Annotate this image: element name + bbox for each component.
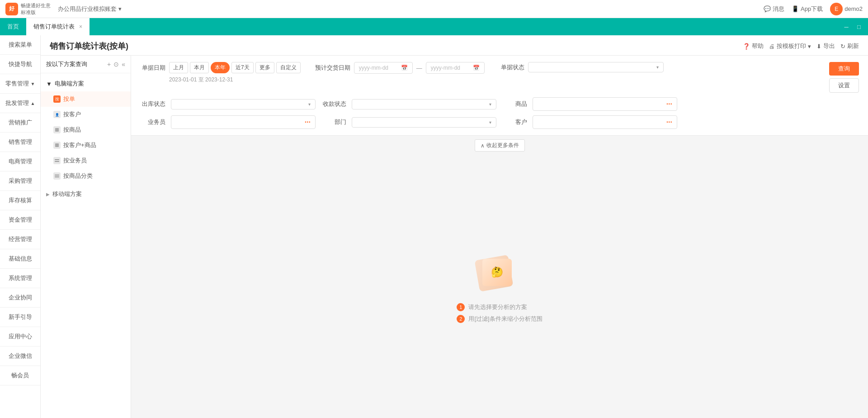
date-btn-this-month[interactable]: 本月 <box>190 62 209 73</box>
tree-parent-pc[interactable]: ▼ 电脑端方案 <box>41 76 131 91</box>
date-btn-more[interactable]: 更多 <box>255 62 274 73</box>
tab-sales-order-stats[interactable]: 销售订单统计表 × <box>26 18 90 35</box>
payment-status-select[interactable]: ▾ <box>352 99 496 109</box>
delivery-status-select[interactable]: ▾ <box>171 99 316 109</box>
sidebar-item-newbie[interactable]: 新手引导 <box>0 308 40 327</box>
product-input[interactable]: ··· <box>533 97 677 111</box>
payment-status-chevron: ▾ <box>489 102 491 107</box>
date-btn-custom[interactable]: 自定义 <box>276 62 301 73</box>
retail-arrow-icon: ▼ <box>31 81 35 86</box>
sidebar-item-marketing[interactable]: 营销推广 <box>0 113 40 133</box>
tree-child-by-salesperson[interactable]: 按业务员 <box>41 153 131 168</box>
sidebar-item-inventory[interactable]: 库存核算 <box>0 191 40 210</box>
scheme-settings-icon[interactable]: ⊙ <box>113 61 119 68</box>
sidebar-item-appstore[interactable]: 应用中心 <box>0 327 40 347</box>
salesperson-input[interactable]: ··· <box>171 115 316 129</box>
sidebar-item-operation[interactable]: 经营管理 <box>0 230 40 249</box>
product-category-icon-svg <box>54 173 60 179</box>
filter-area: 单据日期 上月 本月 本年 近7天 更多 自定义 <box>131 56 868 136</box>
sidebar-item-finance[interactable]: 资金管理 <box>0 210 40 230</box>
svg-rect-9 <box>54 173 60 179</box>
delivery-status-label: 出库状态 <box>140 100 165 108</box>
tree-child-by-product[interactable]: 按商品 <box>41 122 131 138</box>
nav-maximize-button[interactable]: □ <box>854 21 864 32</box>
delivery-status-chevron: ▾ <box>308 102 311 107</box>
tree-child-by-customer-product[interactable]: 按客户+商品 <box>41 138 131 153</box>
inner-layout: 按以下方案查询 + ⊙ « ▼ 电脑端方案 按 <box>41 56 868 418</box>
sidebar-item-wholesale[interactable]: 批发管理 ▲ <box>0 94 40 113</box>
tree-mobile-section[interactable]: ▶ 移动端方案 <box>41 186 131 202</box>
customer-input[interactable]: ··· <box>533 115 677 129</box>
page-header-actions: ❓ 帮助 🖨 按模板打印 ▾ ⬇ 导出 ↻ 刷新 <box>743 42 859 50</box>
date-btn-last-month[interactable]: 上月 <box>169 62 188 73</box>
help-icon: ❓ <box>743 43 750 50</box>
scheme-icon-product-category <box>53 172 61 180</box>
doc-status-select[interactable]: ▾ <box>528 62 664 72</box>
user-area[interactable]: E demo2 <box>830 3 863 15</box>
customer-product-icon-svg <box>54 142 60 148</box>
user-avatar: E <box>830 3 843 15</box>
left-panel: 按以下方案查询 + ⊙ « ▼ 电脑端方案 按 <box>41 56 131 418</box>
template-print-button[interactable]: 🖨 按模板打印 ▾ <box>769 42 811 50</box>
date-btn-7days[interactable]: 近7天 <box>231 62 254 73</box>
scheme-icon-product <box>53 126 61 133</box>
product-label: 商品 <box>502 100 527 108</box>
doc-status-chevron: ▾ <box>656 65 659 70</box>
sidebar-item-member[interactable]: 畅会员 <box>0 366 40 385</box>
collapse-panel-icon[interactable]: « <box>122 61 125 68</box>
nav-minimize-button[interactable]: ─ <box>841 21 852 32</box>
department-label: 部门 <box>321 118 346 126</box>
page-header: 销售订单统计表(按单) ❓ 帮助 🖨 按模板打印 ▾ ⬇ 导出 ↻ 刷新 <box>41 35 868 56</box>
top-bar-right: 💬 消息 📱 App下载 E demo2 <box>764 3 863 15</box>
sidebar-item-wechat[interactable]: 企业微信 <box>0 347 40 366</box>
sidebar-item-ecommerce[interactable]: 电商管理 <box>0 152 40 171</box>
payment-status-label: 收款状态 <box>321 100 346 108</box>
nav-tabs: 首页 销售订单统计表 × ─ □ <box>0 18 868 35</box>
tree-expand-icon: ▼ <box>46 81 52 87</box>
tab-close-icon[interactable]: × <box>79 24 82 30</box>
help-button[interactable]: ❓ 帮助 <box>743 42 764 50</box>
expected-date-end-input[interactable]: yyyy-mm-dd 📅 <box>426 62 485 74</box>
sidebar-item-system[interactable]: 系统管理 <box>0 269 40 288</box>
sidebar-item-enterprise[interactable]: 企业协同 <box>0 288 40 308</box>
date-range-text: 2023-01-01 至 2023-12-31 <box>169 76 233 84</box>
tab-home[interactable]: 首页 <box>0 18 26 35</box>
customer-label: 客户 <box>502 118 527 126</box>
refresh-button[interactable]: ↻ 刷新 <box>840 42 859 50</box>
sidebar-item-retail[interactable]: 零售管理 ▼ <box>0 74 40 94</box>
message-button[interactable]: 💬 消息 <box>764 5 784 13</box>
collapse-bar: ∧ 收起更多条件 <box>131 136 868 155</box>
message-icon: 💬 <box>764 5 771 12</box>
empty-state: 🤔 1 请先选择要分析的方案 2 用[过滤]条件来缩小分析范围 <box>131 155 868 418</box>
sidebar-item-purchase[interactable]: 采购管理 <box>0 171 40 191</box>
add-scheme-icon[interactable]: + <box>107 61 111 68</box>
app-download-button[interactable]: 📱 App下载 <box>792 5 823 13</box>
page-title: 销售订单统计表(按单) <box>50 41 128 52</box>
settings-button[interactable]: 设置 <box>829 78 859 93</box>
tree-child-by-order[interactable]: 按 按单 <box>41 91 131 107</box>
product-icon-svg <box>54 127 60 133</box>
export-button[interactable]: ⬇ 导出 <box>816 42 835 50</box>
filter-action-buttons: 查询 设置 <box>829 62 859 93</box>
empty-text: 1 请先选择要分析的方案 2 用[过滤]条件来缩小分析范围 <box>457 303 542 323</box>
sidebar-item-quick[interactable]: 快捷导航 <box>0 55 40 74</box>
date-label: 单据日期 <box>140 64 165 72</box>
tree-child-by-customer[interactable]: 👤 按客户 <box>41 107 131 122</box>
sidebar-item-search[interactable]: 搜索菜单 <box>0 35 40 55</box>
sidebar-item-sales[interactable]: 销售管理 <box>0 133 40 152</box>
collapse-button[interactable]: ∧ 收起更多条件 <box>475 139 525 152</box>
sidebar-item-basic[interactable]: 基础信息 <box>0 249 40 269</box>
date-btn-this-year[interactable]: 本年 <box>211 62 230 73</box>
svg-rect-11 <box>55 176 59 177</box>
workspace-selector[interactable]: 办公用品行业模拟账套 ▾ <box>54 3 125 15</box>
empty-number-2: 2 <box>457 315 465 323</box>
tree-child-by-product-category[interactable]: 按商品分类 <box>41 168 131 184</box>
logo-area: 好 畅捷通好生意 标准版 <box>5 2 51 15</box>
product-dots-icon: ··· <box>666 100 672 108</box>
tree-section-pc: ▼ 电脑端方案 按 按单 👤 <box>41 73 131 186</box>
expected-date-start-input[interactable]: yyyy-mm-dd 📅 <box>354 62 413 74</box>
department-chevron: ▾ <box>489 120 491 125</box>
search-button[interactable]: 查询 <box>829 62 859 76</box>
left-panel-header: 按以下方案查询 + ⊙ « <box>41 56 131 73</box>
department-select[interactable]: ▾ <box>352 117 496 128</box>
